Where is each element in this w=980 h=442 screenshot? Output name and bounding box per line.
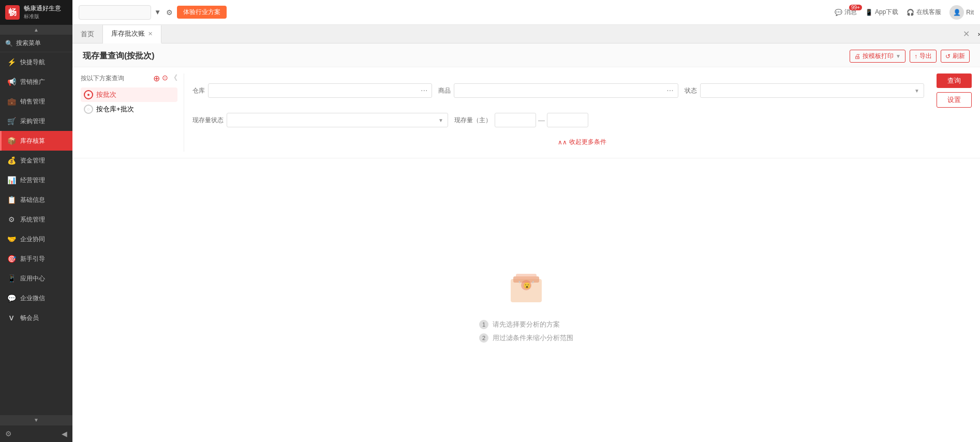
sidebar-item-label: 资金管理 bbox=[20, 156, 45, 165]
main-content: ▼ ⚙ 体验行业方案 💬 消息 99+ 📱 App下载 🎧 在线客服 👤 Rit bbox=[72, 0, 980, 442]
sidebar-item-label: 畅会员 bbox=[20, 314, 39, 322]
app-title: 畅康通好生意 bbox=[24, 5, 61, 13]
inventory-status-label: 现存量状态 bbox=[192, 116, 224, 125]
system-icon: ⚙ bbox=[7, 215, 16, 224]
topbar-dropdown-button[interactable]: ▼ bbox=[153, 7, 162, 17]
range-dash: — bbox=[538, 116, 545, 124]
message-icon: 💬 bbox=[835, 9, 842, 16]
tab-inventory-batch[interactable]: 库存批次账 ✕ bbox=[103, 25, 161, 43]
export-button[interactable]: ↑ 导出 bbox=[910, 50, 937, 63]
sidebar-item-operation[interactable]: 📊 经营管理 bbox=[0, 170, 72, 190]
sidebar-item-label: 基础信息 bbox=[20, 196, 45, 204]
sidebar-scroll-down[interactable]: ▼ bbox=[0, 415, 72, 425]
filter-row-2: 现存量状态 ▼ 现存量（主） — bbox=[192, 113, 972, 127]
plan-by-batch-label: 按批次 bbox=[96, 90, 116, 99]
topbar-search-input[interactable] bbox=[79, 5, 151, 20]
sidebar-item-system[interactable]: ⚙ 系统管理 bbox=[0, 210, 72, 229]
template-print-dropdown-icon[interactable]: ▼ bbox=[896, 53, 901, 59]
phone-icon: 📱 bbox=[865, 9, 873, 16]
user-name: Rit bbox=[966, 9, 974, 16]
topbar-gear-button[interactable]: ⚙ bbox=[164, 6, 175, 19]
query-button[interactable]: 查询 bbox=[937, 73, 972, 88]
template-print-button[interactable]: 🖨 按模板打印 ▼ bbox=[850, 50, 905, 63]
filter-area: 按以下方案查询 ⊕ ⊙ 《 ● 按批次 ○ 按仓库+批次 bbox=[72, 67, 980, 158]
goods-label: 商品 bbox=[438, 86, 451, 95]
sidebar-item-newbie[interactable]: 🎯 新手引导 bbox=[0, 249, 72, 269]
svg-text:😮: 😮 bbox=[523, 282, 531, 289]
sidebar-item-label: 快捷导航 bbox=[20, 58, 45, 67]
sidebar-nav: ⚡ 快捷导航 📢 营销推广 💼 销售管理 🛒 采购管理 📦 库存核算 💰 资金管… bbox=[0, 52, 72, 415]
sidebar-footer: ⚙ ◀ bbox=[0, 425, 72, 442]
sidebar-item-basics[interactable]: 📋 基础信息 bbox=[0, 190, 72, 210]
sidebar-item-purchase[interactable]: 🛒 采购管理 bbox=[0, 111, 72, 131]
collapse-conditions-button[interactable]: ∧∧ 收起更多条件 bbox=[554, 136, 611, 149]
inventory-amount-label: 现存量（主） bbox=[454, 116, 492, 125]
sidebar-item-label: 系统管理 bbox=[20, 215, 45, 224]
purchase-icon: 🛒 bbox=[7, 116, 16, 126]
sidebar-item-sales[interactable]: 💼 销售管理 bbox=[0, 92, 72, 111]
sidebar-search[interactable]: 🔍 搜索菜单 bbox=[0, 35, 72, 52]
topbar-user[interactable]: 👤 Rit bbox=[949, 5, 974, 20]
refresh-label: 刷新 bbox=[953, 52, 965, 61]
tab-panel-expand[interactable]: › bbox=[978, 30, 980, 38]
sidebar-item-inventory[interactable]: 📦 库存核算 bbox=[0, 131, 72, 151]
sidebar-item-app-center[interactable]: 📱 应用中心 bbox=[0, 269, 72, 288]
inventory-status-dropdown-icon: ▼ bbox=[438, 117, 443, 123]
sidebar-settings-icon[interactable]: ⚙ bbox=[5, 430, 12, 438]
warehouse-more-icon[interactable]: ··· bbox=[421, 86, 427, 95]
quick-nav-icon: ⚡ bbox=[7, 57, 16, 67]
tab-home[interactable]: 首页 bbox=[72, 25, 103, 43]
topbar-messages[interactable]: 💬 消息 99+ bbox=[835, 8, 857, 17]
plan-by-warehouse-batch-label: 按仓库+批次 bbox=[96, 105, 134, 114]
inventory-icon: 📦 bbox=[7, 136, 16, 145]
collapse-plans-icon[interactable]: 《 bbox=[170, 73, 177, 83]
sidebar-item-marketing[interactable]: 📢 营销推广 bbox=[0, 72, 72, 92]
status-select[interactable]: ▼ bbox=[700, 83, 924, 98]
plan-by-batch[interactable]: ● 按批次 bbox=[81, 87, 177, 102]
hint-num-2: 2 bbox=[479, 333, 488, 343]
settings-plan-icon[interactable]: ⊙ bbox=[162, 73, 168, 83]
sidebar-scroll-up[interactable]: ▲ bbox=[0, 25, 72, 35]
sidebar-search-label: 搜索菜单 bbox=[16, 39, 41, 48]
sidebar-item-finance[interactable]: 💰 资金管理 bbox=[0, 151, 72, 170]
refresh-button[interactable]: ↺ 刷新 bbox=[941, 50, 970, 63]
inventory-amount-max-input[interactable] bbox=[547, 113, 588, 127]
hint-text-1: 请先选择要分析的方案 bbox=[493, 320, 560, 329]
filter-fields-panel: 仓库 ··· 商品 ··· 状态 bbox=[184, 73, 972, 152]
page-area: 现存量查询(按批次) 🖨 按模板打印 ▼ ↑ 导出 ↺ 刷新 bbox=[72, 43, 980, 442]
sidebar-item-quick-nav[interactable]: ⚡ 快捷导航 bbox=[0, 52, 72, 72]
vip-icon: V bbox=[7, 313, 16, 322]
sidebar-item-enterprise[interactable]: 🤝 企业协同 bbox=[0, 229, 72, 249]
plan-by-warehouse-batch[interactable]: ○ 按仓库+批次 bbox=[81, 102, 177, 116]
setting-button[interactable]: 设置 bbox=[937, 92, 972, 108]
inventory-amount-min-input[interactable] bbox=[495, 113, 536, 127]
sidebar-item-enterprise-wechat[interactable]: 💬 企业微信 bbox=[0, 288, 72, 308]
sidebar-item-vip[interactable]: V 畅会员 bbox=[0, 308, 72, 328]
collapse-label: 收起更多条件 bbox=[569, 138, 606, 146]
add-plan-icon[interactable]: ⊕ bbox=[153, 73, 160, 83]
app-download-label: App下载 bbox=[875, 8, 898, 17]
sidebar-item-label: 企业协同 bbox=[20, 235, 45, 244]
warehouse-input[interactable]: ··· bbox=[208, 83, 432, 98]
filter-inventory-amount: 现存量（主） — bbox=[454, 113, 710, 127]
trial-button[interactable]: 体验行业方案 bbox=[177, 6, 227, 19]
inventory-status-select[interactable]: ▼ bbox=[227, 113, 448, 127]
newbie-icon: 🎯 bbox=[7, 254, 16, 263]
printer-icon: 🖨 bbox=[854, 53, 860, 60]
sidebar-header: 畅 畅康通好生意 标准版 bbox=[0, 0, 72, 25]
app-subtitle: 标准版 bbox=[24, 13, 61, 20]
sidebar-item-label: 采购管理 bbox=[20, 117, 45, 126]
sidebar-item-label: 新手引导 bbox=[20, 255, 45, 263]
goods-input[interactable]: ··· bbox=[454, 83, 678, 98]
sidebar-collapse-icon[interactable]: ◀ bbox=[62, 430, 67, 438]
tab-close-icon[interactable]: ✕ bbox=[148, 31, 153, 37]
goods-more-icon[interactable]: ··· bbox=[666, 86, 673, 95]
tab-home-label: 首页 bbox=[81, 30, 94, 39]
online-service-label: 在线客服 bbox=[916, 8, 941, 17]
export-icon: ↑ bbox=[914, 53, 917, 60]
topbar-online-service[interactable]: 🎧 在线客服 bbox=[907, 8, 941, 17]
sidebar-item-label: 销售管理 bbox=[20, 97, 45, 106]
topbar-app-download[interactable]: 📱 App下载 bbox=[865, 8, 898, 17]
tab-panel-close-button[interactable]: ✕ bbox=[957, 29, 976, 39]
chevron-up-icon: ∧∧ bbox=[558, 139, 567, 146]
